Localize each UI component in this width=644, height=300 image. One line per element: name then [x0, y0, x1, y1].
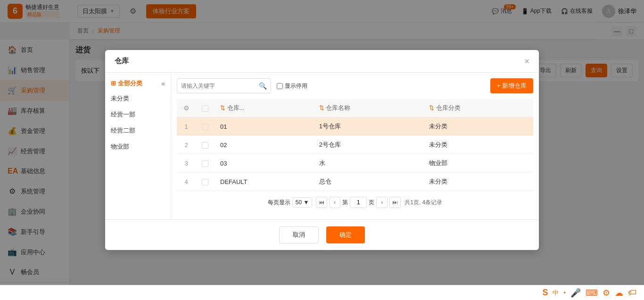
th-settings: ⚙ — [177, 99, 196, 117]
category-collapse-icon[interactable]: « — [161, 80, 165, 87]
row-name: 2号仓库 — [314, 136, 423, 154]
bottom-cloud-icon[interactable]: ☁ — [615, 288, 623, 298]
bottom-settings-icon[interactable]: ⚙ — [603, 288, 610, 298]
row-checkbox[interactable] — [202, 160, 208, 167]
table-row[interactable]: 2 02 2号仓库 未分类 — [177, 136, 533, 154]
modal-title: 仓库 — [115, 57, 129, 66]
row-category: 未分类 — [423, 117, 533, 136]
modal-close-button[interactable]: × — [524, 57, 529, 66]
show-disabled-container: 显示停用 — [277, 82, 307, 90]
bottom-dot-icon: • — [563, 289, 566, 296]
table-row[interactable]: 4 DEFAULT 总仓 未分类 — [177, 173, 533, 191]
pagination: 每页显示 50 ▼ ⏮ ‹ 第 页 › ⏭ 共1页, 4条记录 — [177, 191, 533, 214]
row-index: 3 — [177, 154, 196, 173]
table-settings-icon[interactable]: ⚙ — [183, 104, 190, 112]
row-category: 物业部 — [423, 154, 533, 173]
row-name: 总仓 — [314, 173, 423, 191]
modal-footer: 取消 确定 — [105, 219, 539, 250]
confirm-button[interactable]: 确定 — [326, 226, 365, 243]
warehouse-table: ⚙ ⇅ 仓库... ⇅ 仓库名称 ⇅ — [177, 99, 533, 191]
row-code: 02 — [215, 136, 314, 154]
row-checkbox[interactable] — [202, 124, 208, 130]
row-index: 4 — [177, 173, 196, 191]
first-page-button[interactable]: ⏮ — [316, 197, 327, 208]
table-row[interactable]: 1 01 1号仓库 未分类 — [177, 117, 533, 136]
row-code: DEFAULT — [215, 173, 314, 191]
header-checkbox[interactable] — [202, 105, 208, 112]
bottom-zh-icon: 中 — [553, 289, 559, 297]
row-index: 2 — [177, 136, 196, 154]
row-checkbox[interactable] — [202, 179, 208, 185]
search-icon[interactable]: 🔍 — [259, 82, 267, 90]
bottom-mic-icon[interactable]: 🎤 — [570, 288, 581, 298]
search-box: 🔍 — [177, 78, 271, 93]
row-checkbox-cell — [196, 136, 215, 154]
page-size-box[interactable]: 50 ▼ — [292, 197, 313, 208]
per-page-value: 50 — [296, 199, 302, 206]
row-checkbox-cell — [196, 154, 215, 173]
cat-item-property[interactable]: 物业部 — [105, 139, 171, 155]
warehouse-modal: 仓库 × ⊞ 全部分类 « 未分类 经营一部 经营二部 物业部 — [105, 50, 539, 250]
row-checkbox-cell — [196, 117, 215, 136]
row-checkbox[interactable] — [202, 142, 208, 149]
page-size-select: 每页显示 50 ▼ — [268, 197, 313, 208]
cat-item-unclassified[interactable]: 未分类 — [105, 91, 171, 107]
category-grid-icon: ⊞ — [111, 80, 118, 87]
total-info: 共1页, 4条记录 — [405, 199, 442, 207]
page-unit: 页 — [369, 199, 374, 207]
th-name: ⇅ 仓库名称 — [314, 99, 423, 117]
cancel-button[interactable]: 取消 — [279, 226, 319, 243]
sort-icon-name: ⇅ — [319, 104, 326, 111]
th-code: ⇅ 仓库... — [215, 99, 314, 117]
bottom-bar: S 中 • 🎤 ⌨ ⚙ ☁ 🏷 — [0, 285, 644, 300]
sort-icon-cat: ⇅ — [429, 104, 436, 111]
last-page-button[interactable]: ⏭ — [389, 197, 401, 208]
table-header-row: ⚙ ⇅ 仓库... ⇅ 仓库名称 ⇅ — [177, 99, 533, 117]
bottom-tag-icon[interactable]: 🏷 — [628, 288, 636, 298]
modal-table-area: 🔍 显示停用 + 新增仓库 ⚙ ⇅ — [171, 73, 539, 219]
row-code: 01 — [215, 117, 314, 136]
row-category: 未分类 — [423, 173, 533, 191]
search-input[interactable] — [181, 83, 259, 89]
sort-icon-code: ⇅ — [220, 104, 227, 111]
modal-toolbar: 🔍 显示停用 + 新增仓库 — [177, 78, 533, 93]
add-warehouse-button[interactable]: + 新增仓库 — [490, 78, 533, 93]
page-label: 第 — [342, 199, 348, 207]
cat-item-ops1[interactable]: 经营一部 — [105, 107, 171, 123]
category-header-label: 全部分类 — [118, 80, 142, 87]
modal-backdrop: 仓库 × ⊞ 全部分类 « 未分类 经营一部 经营二部 物业部 — [0, 0, 644, 300]
bottom-keyboard-icon[interactable]: ⌨ — [586, 288, 598, 298]
category-header[interactable]: ⊞ 全部分类 « — [105, 76, 171, 91]
row-checkbox-cell — [196, 173, 215, 191]
row-index: 1 — [177, 117, 196, 136]
row-name: 水 — [314, 154, 423, 173]
cat-item-ops2[interactable]: 经营二部 — [105, 123, 171, 139]
page-number-input[interactable] — [350, 197, 367, 208]
category-sidebar: ⊞ 全部分类 « 未分类 经营一部 经营二部 物业部 — [105, 73, 171, 219]
row-category: 未分类 — [423, 136, 533, 154]
th-checkbox — [196, 99, 215, 117]
row-name: 1号仓库 — [314, 117, 423, 136]
prev-page-button[interactable]: ‹ — [329, 197, 340, 208]
table-row[interactable]: 3 03 水 物业部 — [177, 154, 533, 173]
row-code: 03 — [215, 154, 314, 173]
show-disabled-checkbox[interactable] — [277, 83, 283, 89]
page-nav: ⏮ ‹ 第 页 › ⏭ — [316, 197, 401, 208]
modal-body: ⊞ 全部分类 « 未分类 经营一部 经营二部 物业部 🔍 — [105, 73, 539, 219]
show-disabled-label: 显示停用 — [285, 82, 307, 90]
table-body: 1 01 1号仓库 未分类 2 02 2号仓库 未分类 3 03 水 物业部 4… — [177, 117, 533, 191]
th-category: ⇅ 仓库分类 — [423, 99, 533, 117]
modal-header: 仓库 × — [105, 50, 539, 73]
bottom-s-icon: S — [542, 288, 548, 298]
next-page-button[interactable]: › — [376, 197, 388, 208]
per-page-label: 每页显示 — [268, 199, 290, 207]
